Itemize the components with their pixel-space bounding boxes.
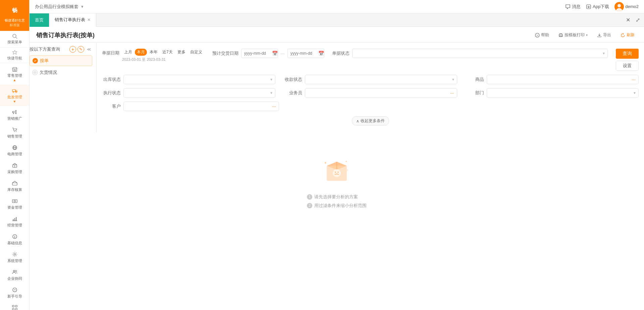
date-btn-this-month[interactable]: 本月 [135, 49, 147, 56]
svg-point-10 [13, 92, 14, 93]
plan-item-欠货情况-label: 欠货情况 [40, 69, 57, 75]
empty-tip1-text: 请先选择要分析的方案 [314, 193, 358, 201]
svg-point-46 [618, 4, 621, 7]
svg-marker-4 [12, 50, 17, 54]
message-btn[interactable]: 消息 [565, 4, 581, 10]
logo-icon: 畅 [8, 3, 21, 17]
calendar-icon-start[interactable]: 📅 [272, 51, 278, 56]
sidebar-guide-label: 新手引导 [7, 294, 22, 299]
collapse-up-icon: ∧ [356, 119, 359, 123]
svg-rect-22 [12, 200, 17, 203]
goods-select[interactable]: ··· [487, 75, 639, 84]
tab-home[interactable]: 首页 [30, 13, 49, 27]
sidebar-item-system[interactable]: 系统管理 [0, 248, 29, 266]
sidebar-item-sales[interactable]: 销售管理 [0, 124, 29, 142]
svg-point-30 [14, 235, 15, 236]
calendar-icon-end[interactable]: 📅 [318, 51, 324, 56]
sidebar-item-operation[interactable]: 经营管理 [0, 213, 29, 230]
plan-item-按单[interactable]: 按单 [30, 55, 92, 66]
salesperson-dots[interactable]: ··· [450, 90, 454, 96]
main-area: 办公用品行业模拟账套 ▾ 消息 App下载 demo2 首页 [30, 0, 644, 310]
date-btn-last-month[interactable]: 上月 [122, 49, 134, 56]
sidebar-item-enterprise[interactable]: 企业协同 [0, 266, 29, 284]
print-btn[interactable]: 按模板打印 ▾ [556, 31, 590, 39]
date-range-text: 2023-03-01 至 2023-03-31 [122, 57, 204, 62]
help-btn[interactable]: ? 帮助 [532, 31, 552, 39]
money-icon [11, 198, 18, 204]
sidebar-item-marketing[interactable]: 营销推广 [0, 106, 29, 124]
svg-text:✦: ✦ [345, 160, 347, 163]
filter-right-content: 单据日期 上月 本月 本年 近7天 更多 自定义 2023-03-01 至 20… [97, 43, 644, 132]
date-btn-this-year[interactable]: 本年 [148, 49, 160, 56]
sidebar-logo[interactable]: 畅 畅捷通好生意 标准版 [0, 0, 29, 31]
collect-status-select[interactable]: ▾ [305, 75, 457, 84]
sidebar-item-retail[interactable]: 零售管理 ▲ [0, 63, 29, 85]
sidebar-item-basic[interactable]: 基础信息 [0, 230, 29, 248]
sidebar-marketing-label: 营销推广 [7, 116, 22, 121]
guide-icon: ? [11, 287, 18, 293]
add-plan-btn[interactable]: + [69, 46, 76, 53]
refresh-label: 刷新 [627, 32, 635, 38]
export-btn[interactable]: 导出 [594, 31, 614, 39]
date-filter-group: 单据日期 上月 本月 本年 近7天 更多 自定义 2023-03-01 至 20… [102, 49, 204, 62]
salesperson-select[interactable]: ··· [305, 88, 457, 98]
export-label: 导出 [603, 32, 611, 38]
exec-status-select[interactable]: ▾ [123, 88, 275, 98]
cart-icon [11, 126, 18, 133]
date-btn-more[interactable]: 更多 [175, 49, 187, 56]
sidebar-item-wholesale[interactable]: 批发管理 ▼ [0, 85, 29, 106]
order-status-select[interactable]: ▾ [352, 49, 608, 58]
username-label: demo2 [625, 4, 639, 9]
expected-date-group: 预计交货日期 📅 — 📅 [212, 49, 324, 58]
breadcrumb-dropdown-icon[interactable]: ▾ [81, 4, 84, 9]
print-dropdown-icon[interactable]: ▾ [586, 33, 588, 37]
goods-label: 商品 [465, 76, 484, 83]
tab-close-all-btn[interactable]: ✕ [625, 15, 632, 24]
svg-rect-26 [14, 218, 15, 221]
customer-select[interactable]: ··· [123, 102, 279, 111]
svg-point-33 [15, 270, 17, 272]
sidebar-item-apps[interactable]: 应用中心 [0, 302, 29, 310]
customer-dots[interactable]: ··· [272, 104, 276, 109]
collapse-plans-btn[interactable]: ≪ [86, 46, 92, 53]
out-status-label: 出库状态 [102, 76, 121, 83]
empty-tip-2: 2 用过滤条件来缩小分析范围 [307, 201, 367, 210]
out-status-select[interactable]: ▾ [123, 75, 275, 84]
page-content: 销售订单执行表(按单) ? 帮助 按模板打印 ▾ 导出 刷新 [30, 27, 644, 310]
svg-point-14 [14, 131, 15, 132]
sidebar-item-ecommerce[interactable]: 电商管理 [0, 142, 29, 159]
svg-rect-38 [12, 308, 14, 310]
query-btn[interactable]: 查询 [616, 49, 639, 59]
plan-item-欠货情况[interactable]: 欠货情况 [30, 67, 92, 78]
empty-illustration: ✦ ✦ ✦ [320, 152, 354, 186]
sidebar-item-quick-nav[interactable]: 快捷导航 [0, 48, 29, 63]
user-area[interactable]: demo2 [614, 2, 639, 11]
tab-sales-order[interactable]: 销售订单执行表 ✕ [49, 13, 96, 27]
sidebar-item-purchase[interactable]: 采购管理 [0, 159, 29, 177]
collapse-btn[interactable]: ∧ 收起更多条件 [352, 116, 389, 125]
date-btn-custom[interactable]: 自定义 [188, 49, 204, 56]
settings-btn[interactable]: 设置 [616, 61, 639, 71]
sidebar-item-finance[interactable]: 资金管理 [0, 195, 29, 213]
svg-point-2 [13, 34, 16, 38]
date-btn-7days[interactable]: 近7天 [160, 49, 175, 56]
svg-point-62 [338, 172, 339, 173]
tab-maximize-btn[interactable]: ⤢ [634, 15, 641, 24]
download-btn[interactable]: App下载 [586, 4, 609, 10]
sidebar-item-inventory[interactable]: 库存核算 [0, 177, 29, 195]
goods-dots[interactable]: ··· [632, 77, 636, 82]
sidebar-item-guide[interactable]: ? 新手引导 [0, 284, 29, 302]
tab-close-icon[interactable]: ✕ [87, 17, 91, 22]
refresh-btn[interactable]: 刷新 [618, 31, 637, 39]
svg-point-31 [14, 254, 15, 255]
svg-rect-37 [15, 305, 17, 307]
filter-left-panel: 按以下方案查询 + ✎ ≪ 按单 [30, 43, 97, 132]
edit-plan-btn[interactable]: ✎ [77, 46, 84, 53]
collapse-row: ∧ 收起更多条件 [102, 115, 639, 128]
dept-select[interactable]: ▾ [487, 88, 639, 98]
exec-status-label: 执行状态 [102, 90, 121, 96]
empty-tip-1: 1 请先选择要分析的方案 [307, 193, 367, 201]
megaphone-icon [11, 109, 18, 115]
sidebar-item-search[interactable]: 搜索菜单 [0, 31, 29, 48]
sidebar-quicknav-label: 快捷导航 [7, 56, 22, 61]
